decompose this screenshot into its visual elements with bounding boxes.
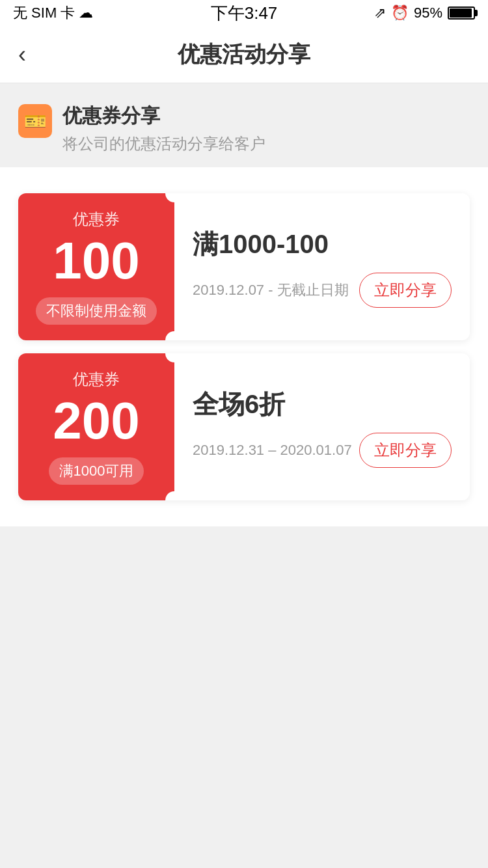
coupon-amount-2: 200	[53, 395, 139, 447]
coupon-left-2: 优惠券 200 满1000可用	[18, 353, 174, 500]
share-button-2[interactable]: 立即分享	[359, 433, 452, 468]
section-title: 优惠券分享	[62, 103, 265, 129]
status-right: ⇗ ⏰ 95%	[374, 5, 475, 21]
section-header: 🎫 优惠券分享 将公司的优惠活动分享给客户	[0, 83, 488, 167]
coupon-name-2: 全场6折	[193, 387, 452, 422]
nav-title: 优惠活动分享	[178, 40, 310, 70]
back-button[interactable]: ‹	[18, 41, 26, 68]
coupon-name-1: 满1000-100	[193, 226, 452, 262]
section-icon: 🎫	[18, 104, 52, 138]
coupons-container: 优惠券 100 不限制使用金额 满1000-100 2019.12.07 - 无…	[0, 167, 488, 526]
location-icon: ⇗	[374, 5, 386, 21]
alarm-icon: ⏰	[391, 5, 409, 21]
coupon-bottom-row-1: 2019.12.07 - 无截止日期 立即分享	[193, 273, 452, 308]
coupon-type-label-1: 优惠券	[73, 209, 120, 230]
coupon-type-label-2: 优惠券	[73, 369, 120, 390]
coupon-bottom-row-2: 2019.12.31 – 2020.01.07 立即分享	[193, 433, 452, 468]
no-sim-label: 无 SIM 卡 ☁	[13, 3, 93, 23]
section-text-group: 优惠券分享 将公司的优惠活动分享给客户	[62, 103, 265, 154]
coupon-condition-2: 满1000可用	[49, 457, 144, 485]
coupon-date-2: 2019.12.31 – 2020.01.07	[193, 442, 353, 459]
battery-percent: 95%	[414, 5, 442, 21]
nav-bar: ‹ 优惠活动分享	[0, 26, 488, 83]
battery-icon	[448, 7, 475, 20]
coupon-right-1: 满1000-100 2019.12.07 - 无截止日期 立即分享	[174, 193, 470, 340]
status-time: 下午3:47	[211, 2, 278, 25]
coupon-left-1: 优惠券 100 不限制使用金额	[18, 193, 174, 340]
coupon-card-2: 优惠券 200 满1000可用 全场6折 2019.12.31 – 2020.0…	[18, 353, 470, 500]
status-bar: 无 SIM 卡 ☁ 下午3:47 ⇗ ⏰ 95%	[0, 0, 488, 26]
coupon-condition-1: 不限制使用金额	[36, 297, 157, 325]
coupon-right-2: 全场6折 2019.12.31 – 2020.01.07 立即分享	[174, 353, 470, 500]
share-button-1[interactable]: 立即分享	[359, 273, 452, 308]
section-subtitle: 将公司的优惠活动分享给客户	[62, 133, 265, 154]
coupon-amount-1: 100	[53, 235, 139, 287]
status-left: 无 SIM 卡 ☁	[13, 3, 93, 23]
coupon-card-1: 优惠券 100 不限制使用金额 满1000-100 2019.12.07 - 无…	[18, 193, 470, 340]
coupon-date-1: 2019.12.07 - 无截止日期	[193, 280, 353, 300]
bottom-area	[0, 526, 488, 868]
